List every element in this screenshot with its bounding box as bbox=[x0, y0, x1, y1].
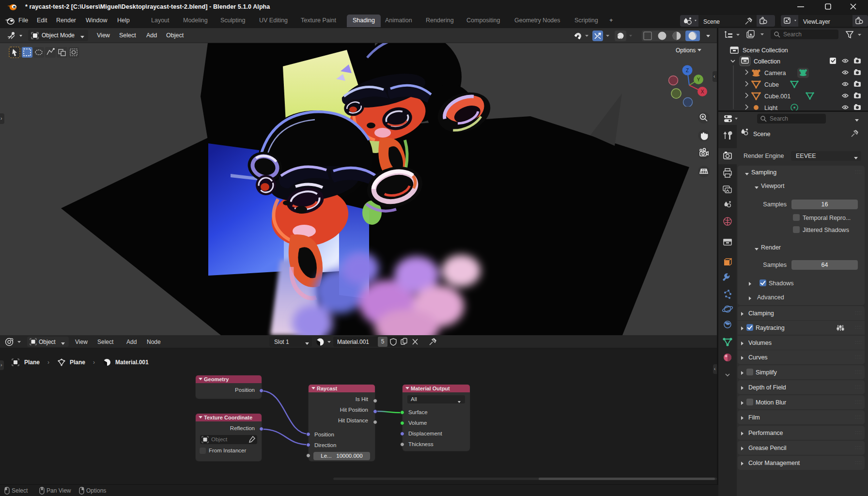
svg-text:Z: Z bbox=[686, 68, 689, 73]
svg-text:Collection: Collection bbox=[754, 58, 780, 65]
svg-text:Cube.001: Cube.001 bbox=[764, 93, 790, 100]
svg-text:Camera: Camera bbox=[764, 70, 786, 77]
svg-text:Y: Y bbox=[697, 77, 700, 82]
svg-text:Scene Collection: Scene Collection bbox=[743, 47, 788, 54]
svg-text:Light: Light bbox=[764, 105, 778, 110]
svg-text:X: X bbox=[701, 89, 704, 94]
svg-text:Cube: Cube bbox=[764, 81, 779, 88]
